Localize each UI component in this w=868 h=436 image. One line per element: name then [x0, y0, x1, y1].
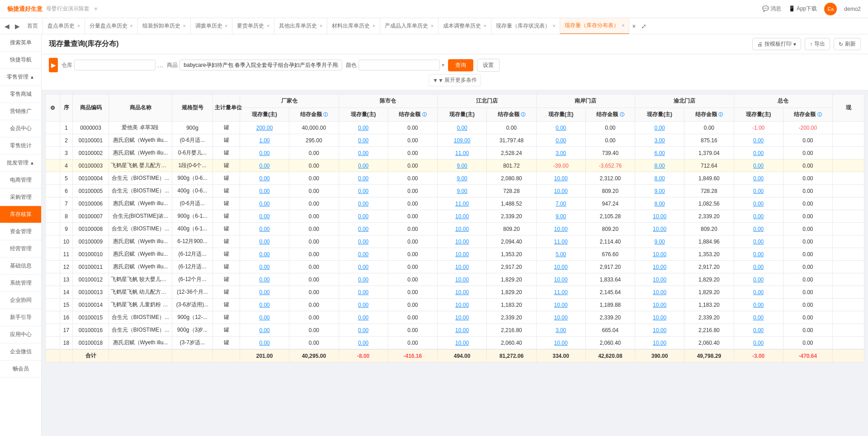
tab-assemble_disassemble[interactable]: 组装拆卸单历史×: [138, 18, 191, 34]
table-row: 500100004合生元（BIOSTIME）...900g（0-6...罐0.0…: [46, 172, 864, 185]
total-balance-header: 结存金额 ⓘ: [783, 108, 832, 122]
tab-transfer[interactable]: 调拨单历史×: [191, 18, 233, 34]
sidebar-item-operations[interactable]: 经营管理: [0, 240, 41, 258]
tab-other_outbound[interactable]: 其他出库单历史×: [274, 18, 327, 34]
expand-section: ▼▼ 展开更多条件: [49, 74, 861, 86]
warehouse-more[interactable]: ...: [157, 61, 163, 69]
sidebar-item-wechat[interactable]: 企业微信: [0, 343, 41, 361]
sidebar: 搜索英单快捷导航零售管理 ▲零售商城营销推广会员中心零售统计批发管理 ▲电商管理…: [0, 34, 42, 436]
refresh-btn[interactable]: ↻ 刷新: [834, 38, 861, 50]
message-btn[interactable]: 💬 消息: [762, 5, 781, 13]
sidebar-item-search[interactable]: 搜索英单: [0, 34, 41, 52]
sidebar-item-shortcut[interactable]: 快捷导航: [0, 52, 41, 69]
export-btn[interactable]: ↑ 导出: [805, 38, 830, 50]
top-bar-right: 💬 消息 📱 App下载 Ea demo2: [762, 3, 861, 15]
index-col-header: 序: [60, 94, 73, 122]
expand-conditions-btn[interactable]: ▼▼ 展开更多条件: [429, 74, 481, 86]
factory-stock-header: 现存量(主): [240, 108, 289, 122]
warehouse-label: 仓库: [61, 61, 72, 69]
filter-row: ▶ 仓库 ... 商品 颜色 ▾ 查询 设置: [49, 58, 861, 72]
tab-sub_inventory_count[interactable]: 分量盘点单历史×: [85, 18, 138, 34]
tab-cost_adjust[interactable]: 成本调整单历史×: [439, 18, 491, 34]
nanan-stock-header: 现存量(主): [536, 108, 585, 122]
jiangbei-store-header: 江北门店: [438, 94, 537, 108]
tab-goods_request[interactable]: 要货单历史×: [232, 18, 274, 34]
sidebar-item-member[interactable]: 会员中心: [0, 120, 41, 137]
tab-product_inbound[interactable]: 产成品入库单历史×: [380, 18, 439, 34]
close-tab-stock_distribution[interactable]: ×: [622, 23, 624, 28]
main-layout: 搜索英单快捷导航零售管理 ▲零售商城营销推广会员中心零售统计批发管理 ▲电商管理…: [0, 34, 868, 436]
jiangbei-balance-header: 结存金额 ⓘ: [487, 108, 536, 122]
settings-col-header[interactable]: ⚙: [46, 94, 60, 122]
page-title: 现存量查询(库存分布): [49, 39, 119, 49]
sidebar-item-inventory[interactable]: 库存核算: [0, 206, 41, 223]
app-download-btn[interactable]: 📱 App下载: [788, 5, 817, 13]
table-row: 600100005合生元（BIOSTIME）...400g（0-6...罐0.0…: [46, 185, 864, 197]
table-row: 1300100012飞鹤星飞帆 较大婴儿配...(6-12个月...罐0.000…: [46, 273, 864, 286]
close-tab-transfer[interactable]: ×: [225, 23, 228, 28]
tab-nav-left[interactable]: ◀: [2, 23, 12, 30]
tab-nav-right[interactable]: ▶: [12, 23, 23, 30]
sidebar-item-marketing[interactable]: 营销推广: [0, 103, 41, 120]
close-tab-inventory_count[interactable]: ×: [77, 23, 80, 28]
name-col-header: 商品名称: [109, 94, 172, 122]
print-dropdown-icon: ▾: [793, 41, 796, 47]
goods-input[interactable]: [179, 60, 342, 70]
table-row: 1400100013飞鹤星飞帆 幼儿配方奶...(12-36个月...罐0.00…: [46, 286, 864, 299]
sidebar-item-retail-stats[interactable]: 零售统计: [0, 137, 41, 155]
close-tab-stock_status[interactable]: ×: [553, 23, 556, 28]
sidebar-item-wholesale[interactable]: 批发管理 ▲: [0, 155, 41, 172]
spec-col-header: 规格型号: [172, 94, 213, 122]
close-tab-assemble_disassemble[interactable]: ×: [183, 23, 186, 28]
color-dropdown-icon[interactable]: ▾: [442, 62, 444, 68]
sidebar-item-guide[interactable]: 新手引导: [0, 309, 41, 326]
close-tab-cost_adjust[interactable]: ×: [484, 23, 486, 28]
close-tab-other_outbound[interactable]: ×: [320, 23, 322, 28]
tab-close-all[interactable]: ×: [629, 23, 638, 30]
search-btn[interactable]: 查询: [448, 59, 473, 71]
table-row: 700100006惠氏启赋（Wyeth illu...(0-6月适...罐0.0…: [46, 197, 864, 210]
sidebar-item-purchase[interactable]: 采购管理: [0, 189, 41, 206]
goods-filter: 商品: [167, 60, 342, 70]
nanan-balance-header: 结存金额 ⓘ: [585, 108, 635, 122]
sidebar-item-ecommerce[interactable]: 电商管理: [0, 172, 41, 189]
table-container[interactable]: ⚙ 序 商品编码 商品名称 规格型号 主计量单位 厂家仓 陈市仓 江北门店 南岸…: [42, 90, 868, 436]
print-icon: 🖨: [757, 41, 763, 47]
collapse-btn[interactable]: ▶: [49, 58, 58, 72]
code-col-header: 商品编码: [73, 94, 109, 122]
sidebar-item-retail[interactable]: 零售管理 ▲: [0, 69, 41, 86]
top-bar: 畅捷通好生意 母婴行业演示陈套 ▼ 💬 消息 📱 App下载 Ea demo2: [0, 0, 868, 18]
tab-expand[interactable]: ⤢: [638, 23, 649, 30]
total-stock-header: 现存量(主): [734, 108, 783, 122]
sidebar-item-appcenter[interactable]: 应用中心: [0, 326, 41, 343]
table-row: 200100001惠氏启赋（Wyeth illu...(0-6月适...罐1.0…: [46, 134, 864, 147]
tab-home[interactable]: 首页: [23, 18, 43, 34]
close-tab-material_outbound[interactable]: ×: [373, 23, 375, 28]
username: demo2: [844, 6, 861, 12]
tab-stock_status[interactable]: 现存量（库存状况表）×: [491, 18, 561, 34]
tab-inventory_count[interactable]: 盘点单历史×: [43, 18, 85, 34]
print-btn[interactable]: 🖨 按模板打印 ▾: [752, 38, 801, 50]
tab-material_outbound[interactable]: 材料出库单历史×: [327, 18, 380, 34]
warehouse-filter: 仓库 ...: [61, 60, 163, 70]
sidebar-item-system[interactable]: 系统管理: [0, 275, 41, 292]
data-table: ⚙ 序 商品编码 商品名称 规格型号 主计量单位 厂家仓 陈市仓 江北门店 南岸…: [45, 94, 864, 362]
sidebar-item-basic[interactable]: 基础信息: [0, 258, 41, 275]
logo-area: 畅捷通好生意: [7, 5, 42, 13]
color-filter: 颜色 ▾: [346, 60, 444, 70]
color-input[interactable]: [359, 60, 440, 70]
table-settings-icon[interactable]: ⚙: [50, 105, 55, 111]
tab-stock_distribution[interactable]: 现存量（库存分布表）×: [560, 18, 629, 34]
sidebar-item-finance[interactable]: 资金管理: [0, 223, 41, 240]
warehouse-input[interactable]: [74, 60, 156, 70]
export-icon: ↑: [810, 41, 812, 47]
close-tab-sub_inventory_count[interactable]: ×: [130, 23, 133, 28]
close-tab-product_inbound[interactable]: ×: [431, 23, 434, 28]
sidebar-item-members[interactable]: 畅会员: [0, 361, 41, 378]
logo-subtitle: 母婴行业演示陈套: [46, 5, 90, 13]
settings-btn[interactable]: 设置: [477, 59, 500, 72]
factory-warehouse-header: 厂家仓: [240, 94, 339, 108]
sidebar-item-retail-store[interactable]: 零售商城: [0, 86, 41, 103]
sidebar-item-collab[interactable]: 企业协同: [0, 292, 41, 309]
close-tab-goods_request[interactable]: ×: [267, 23, 269, 28]
